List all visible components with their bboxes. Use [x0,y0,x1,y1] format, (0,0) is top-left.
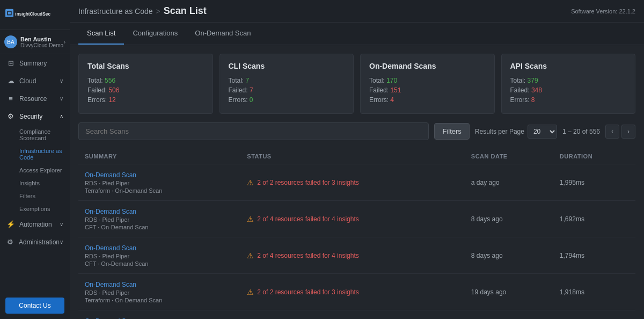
stat-errors-label: Errors: [510,96,530,104]
version-label: Software Version: 22.1.2 [571,8,635,15]
breadcrumb-parent: Infrastructure as Code [78,7,153,16]
stat-total-val: 170 [386,77,397,84]
scan-sub2: CFT · On-Demand Scan [85,260,234,267]
scan-sub1: RDS · Pied Piper [85,289,234,296]
sidebar-item-resource[interactable]: ≡ Resource ∨ [0,90,70,107]
main-content: Infrastructure as Code > Scan List Softw… [70,0,644,319]
cell-status: ✓Success [240,310,465,320]
user-demo: DivvyCloud Demo [20,42,64,48]
stat-total-val: 379 [528,77,538,84]
scan-duration: 1,995ms [560,179,584,186]
sidebar-item-label: Resource [19,95,60,103]
nav-section: ⊞ Summary ☁ Cloud ∨ ≡ Resource ∨ ⚙ Secur… [0,54,70,292]
scan-duration: 1,692ms [560,215,584,223]
sidebar-item-iac[interactable]: Infrastructure as Code [0,144,70,164]
tab-configurations[interactable]: Configurations [124,23,186,45]
scan-sub2: Terraform · On-Demand Scan [85,297,234,303]
status-text: 2 of 4 resources failed for 4 insights [257,252,358,259]
stat-card-cli: CLI Scans Total: 7 Failed: 7 Errors: 0 [219,54,354,114]
stat-failed-label: Failed: [87,86,107,94]
page-title: Scan List [164,5,207,17]
sidebar-item-automation[interactable]: ⚡ Automation ∨ [0,215,70,233]
chevron-down-icon: ∨ [60,96,63,102]
cell-summary: On-Demand Scan RDS · Pied Piper CFT · On… [78,237,240,274]
stat-total-label: Total: [510,77,526,84]
sidebar-item-summary[interactable]: ⊞ Summary [0,54,70,72]
next-page-button[interactable]: › [621,125,635,139]
pagination-controls: ‹ › [605,125,635,139]
sidebar-item-access[interactable]: Access Explorer [0,164,70,177]
svg-rect-2 [8,12,11,15]
chevron-down-icon: ∨ [60,78,63,84]
scan-date: 8 days ago [471,215,503,223]
status-warn: ⚠2 of 4 resources failed for 4 insights [247,215,458,223]
scan-table: SUMMARY STATUS SCAN DATE DURATION On-Dem… [78,149,635,319]
stat-errors-val: 12 [108,96,115,104]
user-section[interactable]: BA Ben Austin DivvyCloud Demo › [0,30,70,54]
cell-status: ⚠2 of 2 resources failed for 3 insights [240,164,465,201]
stat-failed-val: 506 [108,86,119,94]
cell-status: ⚠2 of 2 resources failed for 3 insights [240,274,465,310]
status-text: 2 of 4 resources failed for 4 insights [257,215,358,223]
sidebar-item-filters[interactable]: Filters [0,190,70,202]
prev-page-button[interactable]: ‹ [605,125,619,139]
stat-card-ondemand: On-Demand Scans Total: 170 Failed: 151 E… [360,54,495,114]
stat-card-total: Total Scans Total: 556 Failed: 506 Error… [78,54,213,114]
stat-total-label: Total: [369,77,385,84]
warning-icon: ⚠ [247,215,254,223]
sidebar-item-label: Security [19,113,60,120]
stat-errors-label: Errors: [229,96,248,104]
tab-scan-list[interactable]: Scan List [78,23,124,45]
sidebar-item-exemptions[interactable]: Exemptions [0,202,70,215]
sidebar-item-administration[interactable]: ⚙ Administration ∨ [0,233,70,251]
tab-on-demand-scan[interactable]: On-Demand Scan [186,23,259,45]
scan-link[interactable]: On-Demand Scan [85,244,136,252]
col-duration: DURATION [553,149,635,164]
sidebar-item-security[interactable]: ⚙ Security ∧ [0,107,70,125]
stat-failed-val: 348 [531,86,542,94]
cell-status: ⚠2 of 4 resources failed for 4 insights [240,201,465,237]
cell-scan-date: 8 days ago [465,237,553,274]
scan-sub2: CFT · On-Demand Scan [85,224,234,230]
cell-summary: On-Demand Scan 01285205 · 01285205 CFT ·… [78,310,240,320]
cell-scan-date: a day ago [465,164,553,201]
avatar: BA [4,35,17,48]
user-chevron-icon: › [64,39,65,45]
search-input[interactable] [78,122,429,140]
table-row: On-Demand Scan RDS · Pied Piper CFT · On… [78,237,635,274]
content-area: Total Scans Total: 556 Failed: 506 Error… [70,45,644,319]
contact-us-button[interactable]: Contact Us [5,298,64,314]
sidebar-item-compliance[interactable]: Compliance Scorecard [0,125,70,144]
sidebar-item-insights[interactable]: Insights [0,177,70,190]
scan-link[interactable]: On-Demand Scan [85,281,136,288]
col-scan-date: SCAN DATE [465,149,553,164]
sidebar-item-label: Administration [19,238,60,246]
sidebar-item-label: Automation [19,221,60,228]
scan-sub1: RDS · Pied Piper [85,216,234,223]
chevron-down-icon: ∨ [60,239,63,245]
tab-bar: Scan List Configurations On-Demand Scan [70,23,644,45]
per-page-select[interactable]: 20 50 100 [528,125,557,139]
stat-failed-label: Failed: [369,86,389,94]
stat-card-api: API Scans Total: 379 Failed: 348 Errors:… [501,54,636,114]
stats-row: Total Scans Total: 556 Failed: 506 Error… [78,54,635,114]
stat-total-val: 7 [246,77,250,84]
cell-duration: 1,794ms [553,237,635,274]
filters-button[interactable]: Filters [434,123,469,140]
scan-link[interactable]: On-Demand Scan [85,171,136,179]
scan-date: 8 days ago [471,252,503,259]
warning-icon: ⚠ [247,178,254,187]
scan-sub1: RDS · Pied Piper [85,253,234,259]
breadcrumb: Infrastructure as Code > Scan List [78,5,207,17]
cell-scan-date: 19 days ago [465,274,553,310]
chevron-down-icon: ∨ [60,221,63,227]
stat-errors-val: 8 [531,96,535,104]
cell-status: ⚠2 of 4 resources failed for 4 insights [240,237,465,274]
cell-duration: 1,692ms [553,201,635,237]
scan-link[interactable]: On-Demand Scan [85,208,136,215]
per-page-label: Results per Page [475,128,524,135]
app-logo: insightCloudSec [0,0,70,30]
status-text: 2 of 2 resources failed for 3 insights [257,179,358,186]
sidebar-item-cloud[interactable]: ☁ Cloud ∨ [0,72,70,90]
status-text: 2 of 2 resources failed for 3 insights [257,288,358,296]
